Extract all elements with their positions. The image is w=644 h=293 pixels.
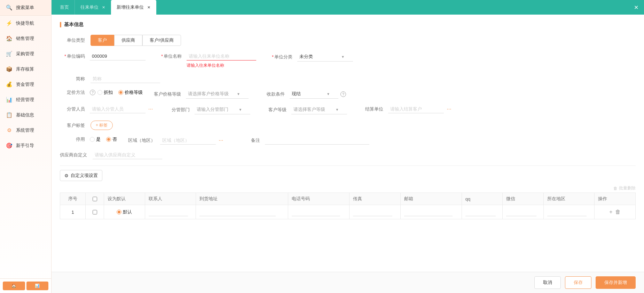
disabled-field: 停用 是 否 [60,136,117,143]
row-address-input[interactable] [199,208,276,216]
row-contact-input[interactable] [149,208,188,216]
sidebar-item-label: 经营管理 [16,97,34,103]
row-fax-input[interactable] [353,208,392,216]
short-name-input[interactable] [91,75,160,83]
row-delete-btn[interactable]: 🗑 [614,208,621,216]
col-region: 所在地区 [543,193,595,205]
unit-name-input[interactable] [187,52,256,60]
sidebar-stats-btn[interactable]: 📊 [26,282,49,290]
tab-partner-label: 往来单位 [80,4,99,10]
tab-home[interactable]: 首页 [54,0,75,15]
disabled-no-option[interactable]: 否 [106,136,117,143]
type-btn-customer[interactable]: 客户 [91,35,114,46]
sidebar-item-label: 采购管理 [16,51,34,57]
batch-delete-label[interactable]: 批量删除 [619,185,636,191]
customer-level-select[interactable]: 请选择客户等级 ▼ [291,105,347,114]
pricing-row: 定价方法 ? 折扣 价格等级 客户价格等级 请选择客户价格等级 [60,89,636,99]
custom-settings-btn[interactable]: ⚙ 自定义项设置 [60,170,102,181]
payment-terms-chevron: ▼ [327,92,330,96]
unit-code-label: 单位编码 [60,53,88,59]
row-qq [462,205,502,219]
region-more-btn[interactable]: ··· [218,137,224,144]
sidebar-search-label: 搜索菜单 [16,5,34,11]
sidebar-item-purchase[interactable]: 🛒 采购管理 [0,46,51,62]
remark-label: 备注 [235,137,263,144]
sidebar-item-sales[interactable]: 🏠 销售管理 [0,31,51,46]
col-fax: 传真 [349,193,400,205]
col-default: 设为默认 [104,193,145,205]
row-index: 1 [60,205,86,219]
sidebar-item-system[interactable]: ⚙ 系统管理 [0,123,51,138]
pricing-level-radio [118,90,123,95]
disabled-yes-option[interactable]: 是 [90,136,101,143]
payment-terms-help[interactable]: ? [340,91,346,97]
sidebar-item-label: 资金管理 [16,81,34,88]
col-index: 序号 [60,193,86,205]
pricing-discount-option[interactable]: 折扣 [97,89,113,96]
customer-level-label: 客户等级 [261,107,289,113]
sidebar-item-finance[interactable]: 💰 资金管理 [0,77,51,92]
pricing-method-help[interactable]: ? [90,90,95,95]
type-btn-both[interactable]: 客户/供应商 [142,35,181,46]
system-icon: ⚙ [6,127,13,134]
section-title-text: 基本信息 [64,22,84,28]
cancel-button[interactable]: 取消 [534,276,561,289]
tab-new-partner-close[interactable]: ✕ [147,5,150,10]
select-all-checkbox[interactable] [93,197,97,201]
row-phone-input[interactable] [292,208,340,216]
disabled-no-radio [106,137,111,142]
settlement-unit-input[interactable] [388,105,444,113]
type-btn-supplier[interactable]: 供应商 [114,35,142,46]
unit-code-input[interactable] [90,52,146,60]
pricing-level-option[interactable]: 价格等级 [118,89,143,96]
sidebar-home-btn[interactable]: 🏠 [3,282,25,290]
purchase-icon: 🛒 [6,50,13,57]
tab-partner[interactable]: 往来单位 ✕ [75,0,111,15]
row-checkbox-cell [86,205,104,219]
row-qq-input[interactable] [465,208,496,216]
row-contact [145,205,196,219]
pricing-discount-radio [97,90,102,95]
code-name-category-row: 单位编码 单位名称 请输入往来单位名称 单位分类 未分类 ▼ [60,52,636,68]
supplier-custom-input[interactable] [93,151,162,159]
customer-price-level-select[interactable]: 请选择客户价格等级 ▼ [186,89,249,99]
region-input[interactable] [160,136,216,145]
sidebar-item-basic-info[interactable]: 📋 基础信息 [0,107,51,123]
remark-input[interactable] [265,136,369,145]
add-tag-btn[interactable]: + 标签 [91,121,113,130]
sidebar-item-inventory[interactable]: 📦 库存核算 [0,62,51,77]
row-default-radio [117,210,121,214]
pricing-method-radio: 折扣 价格等级 [97,89,143,96]
sidebar-item-quick-nav[interactable]: ⚡ 快捷导航 [0,16,51,31]
payment-terms-select[interactable]: 现结 ▼ [290,89,338,99]
save-and-new-button[interactable]: 保存并新增 [596,276,636,289]
unit-type-group: 客户 供应商 客户/供应商 [91,35,181,46]
basic-info-icon: 📋 [6,112,13,119]
row-email [400,205,462,219]
col-qq: qq [462,193,502,205]
tab-partner-close[interactable]: ✕ [102,5,105,10]
department-select[interactable]: 请输入分管部门 ▼ [195,105,250,114]
tab-new-partner[interactable]: 新增往来单位 ✕ [111,0,156,15]
manager-input[interactable] [90,105,146,113]
sidebar-item-search[interactable]: 🔍 搜索菜单 [0,0,51,16]
manager-more-btn[interactable]: ··· [148,106,154,112]
row-add-btn[interactable]: + [608,208,613,216]
settlement-unit-more-btn[interactable]: ··· [446,106,452,112]
row-region-input[interactable] [547,208,587,216]
unit-category-select[interactable]: 未分类 ▼ [297,52,353,62]
tab-home-label: 首页 [60,4,69,10]
save-button[interactable]: 保存 [565,276,591,289]
row-email-input[interactable] [404,208,453,216]
sidebar-item-guide[interactable]: 🎯 新手引导 [0,138,51,153]
row-region [543,205,595,219]
unit-code-field: 单位编码 [60,52,146,60]
row-default-radio-item[interactable]: 默认 [108,209,141,215]
row-wechat-input[interactable] [506,208,536,216]
row-fax [349,205,400,219]
close-all-tabs-btn[interactable]: ✕ [631,4,641,11]
customer-price-level-label: 客户价格等级 [154,91,184,97]
sidebar-item-operation[interactable]: 📊 经营管理 [0,92,51,107]
settlement-unit-label: 结算单位 [358,106,386,112]
row-checkbox[interactable] [93,210,97,214]
